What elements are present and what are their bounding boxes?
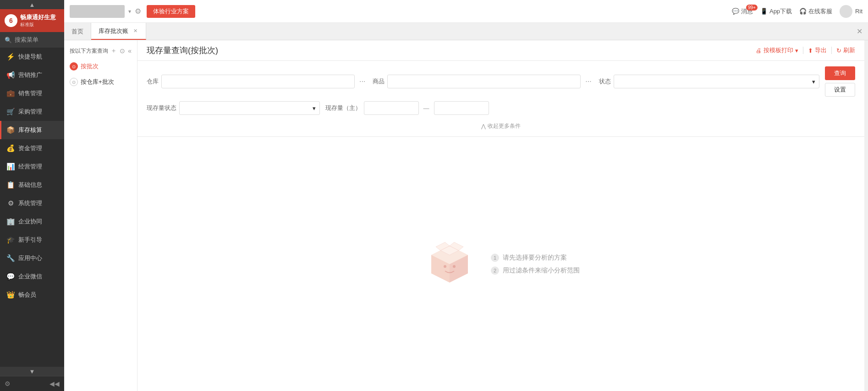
stock-qty-to-input[interactable] (434, 101, 489, 115)
page-header: 现存量查询(按批次) 🖨 按模板打印 ▾ ⬆ 导出 ↻ 刷 (137, 40, 864, 61)
search-label: 搜索菜单 (15, 36, 38, 44)
sidebar-scroll-down[interactable]: ▼ (0, 367, 64, 376)
sidebar-item-quicknav[interactable]: ⚡ 快捷导航 (0, 48, 64, 66)
sidebar-item-newguide[interactable]: 🎓 新手引导 (0, 231, 64, 249)
sidebar-item-label: 营销推广 (18, 71, 42, 79)
sidebar-item-operations[interactable]: 📊 经营管理 (0, 157, 64, 176)
product-dots[interactable]: ··· (583, 77, 593, 86)
sidebar-item-label: 经营管理 (18, 163, 42, 171)
settings-bottom-icon[interactable]: ⚙ (5, 380, 11, 387)
query-btn[interactable]: 查询 (825, 66, 855, 80)
app-download-label: App下载 (769, 7, 792, 16)
left-panel: 按以下方案查询 ＋ ⊙ « ⊙ 按批次 ⊙ 按仓库+批次 (64, 40, 137, 391)
sidebar-item-enterprise[interactable]: 🏢 企业协同 (0, 212, 64, 231)
status-chevron-icon: ▾ (812, 78, 815, 85)
sidebar-item-finance[interactable]: 💰 资金管理 (0, 139, 64, 157)
topbar-chevron-icon[interactable]: ▾ (128, 8, 131, 15)
sidebar-search[interactable]: 🔍 搜索菜单 (0, 32, 64, 48)
search-icon: 🔍 (5, 37, 12, 43)
filter-buttons: 查询 设置 (825, 66, 855, 97)
scheme-item-batch[interactable]: ⊙ 按批次 (64, 59, 137, 74)
sidebar-item-marketing[interactable]: 📢 营销推广 (0, 66, 64, 84)
sidebar-item-label: 采购管理 (18, 108, 42, 116)
collapse-panel-icon[interactable]: « (128, 47, 132, 54)
hint-2-text: 用过滤条件来缩小分析范围 (503, 266, 580, 275)
hint-1-num: 1 (491, 254, 499, 262)
sidebar-item-basic[interactable]: 📋 基础信息 (0, 176, 64, 194)
empty-hint-1: 1 请先选择要分析的方案 (491, 254, 580, 262)
stock-qty-sep: — (422, 105, 431, 112)
online-service-action[interactable]: 🎧 在线客服 (799, 7, 832, 16)
system-icon: ⚙ (6, 199, 15, 207)
sidebar-item-wechat[interactable]: 💬 企业微信 (0, 267, 64, 286)
add-scheme-icon[interactable]: ＋ (110, 47, 117, 55)
tab-home-label: 首页 (71, 27, 83, 36)
app-download-action[interactable]: 📱 App下载 (760, 7, 792, 16)
product-input[interactable] (387, 75, 581, 88)
sidebar-item-member[interactable]: 👑 畅会员 (0, 286, 64, 304)
divider2 (831, 47, 832, 54)
topbar: ▾ ⚙ 体验行业方案 💬 消息 99+ 📱 App下载 🎧 在线客服 Rit (64, 0, 868, 23)
experience-btn[interactable]: 体验行业方案 (147, 5, 195, 18)
sidebar-item-purchase[interactable]: 🛒 采购管理 (0, 103, 64, 121)
sidebar-item-label: 基础信息 (18, 181, 42, 189)
inventory-icon: 📦 (6, 126, 15, 134)
sales-icon: 💼 (6, 89, 15, 98)
tabs-bar: 首页 库存批次账 ✕ ✕ (64, 23, 868, 40)
svg-point-7 (444, 265, 446, 268)
warehouse-input[interactable] (161, 75, 355, 88)
stock-status-select[interactable]: ▾ (179, 101, 320, 115)
messages-icon: 💬 (732, 8, 739, 15)
export-icon: ⬆ (808, 47, 813, 54)
status-field: 状态 ▾ (599, 75, 819, 88)
sidebar-item-appcenter[interactable]: 🔧 应用中心 (0, 249, 64, 267)
filter-collapse[interactable]: ⋀ 收起更多条件 (147, 119, 855, 131)
refresh-icon: ↻ (836, 47, 841, 54)
scheme-inactive-icon: ⊙ (70, 78, 78, 86)
main-area: ▾ ⚙ 体验行业方案 💬 消息 99+ 📱 App下载 🎧 在线客服 Rit (64, 0, 868, 391)
sidebar-header: 6 畅康通好生意 标准版 (0, 9, 64, 32)
status-dropdown[interactable]: ▾ (614, 75, 819, 88)
app-title-block: 畅康通好生意 标准版 (20, 14, 56, 27)
page-title: 现存量查询(按批次) (147, 45, 218, 56)
template-print-btn[interactable]: 🖨 按模板打印 ▾ (756, 46, 798, 54)
stock-qty-from-input[interactable] (364, 101, 419, 115)
collapse-label: 收起更多条件 (488, 122, 521, 130)
wechat-icon: 💬 (6, 272, 15, 281)
scheme-settings-icon[interactable]: ⊙ (120, 47, 125, 54)
tab-home[interactable]: 首页 (64, 23, 91, 40)
newguide-icon: 🎓 (6, 236, 15, 244)
app-subtitle: 标准版 (20, 22, 56, 27)
scheme-item-warehouse-batch[interactable]: ⊙ 按仓库+批次 (64, 74, 137, 90)
messages-action[interactable]: 💬 消息 99+ (732, 7, 753, 16)
user-area[interactable]: Rit (840, 5, 863, 18)
sidebar-scroll-up[interactable]: ▲ (0, 0, 64, 9)
template-print-icon: 🖨 (756, 47, 762, 54)
sidebar-item-label: 畅会员 (18, 291, 36, 299)
stock-status-field: 现存量状态 ▾ (147, 101, 320, 115)
tabs-close-all[interactable]: ✕ (851, 27, 868, 36)
sidebar-item-system[interactable]: ⚙ 系统管理 (0, 194, 64, 212)
export-btn[interactable]: ⬆ 导出 (808, 46, 827, 54)
tab-inventory-batch[interactable]: 库存批次账 ✕ (91, 23, 146, 40)
sidebar-item-label: 系统管理 (18, 199, 42, 207)
warehouse-dots[interactable]: ··· (357, 77, 367, 86)
hint-2-num: 2 (491, 266, 499, 275)
sidebar-item-inventory[interactable]: 📦 库存核算 (0, 121, 64, 139)
topbar-gear-icon[interactable]: ⚙ (135, 7, 141, 16)
sidebar-item-label: 库存核算 (18, 126, 42, 134)
sidebar-item-sales[interactable]: 💼 销售管理 (0, 84, 64, 103)
operations-icon: 📊 (6, 163, 15, 171)
right-scrollbar[interactable] (864, 40, 868, 391)
product-field: 商品 ··· (373, 75, 593, 88)
collapse-sidebar-icon[interactable]: ◀◀ (49, 380, 60, 387)
scheme-active-icon: ⊙ (70, 62, 78, 71)
filter-settings-btn[interactable]: 设置 (825, 83, 855, 97)
tab-close-icon[interactable]: ✕ (132, 28, 138, 34)
member-icon: 👑 (6, 291, 15, 299)
sidebar-item-label: 快捷导航 (18, 53, 42, 61)
refresh-btn[interactable]: ↻ 刷新 (836, 46, 855, 54)
left-panel-header: 按以下方案查询 ＋ ⊙ « (64, 45, 137, 59)
tab-inventory-batch-label: 库存批次账 (99, 27, 128, 35)
avatar (840, 5, 852, 18)
